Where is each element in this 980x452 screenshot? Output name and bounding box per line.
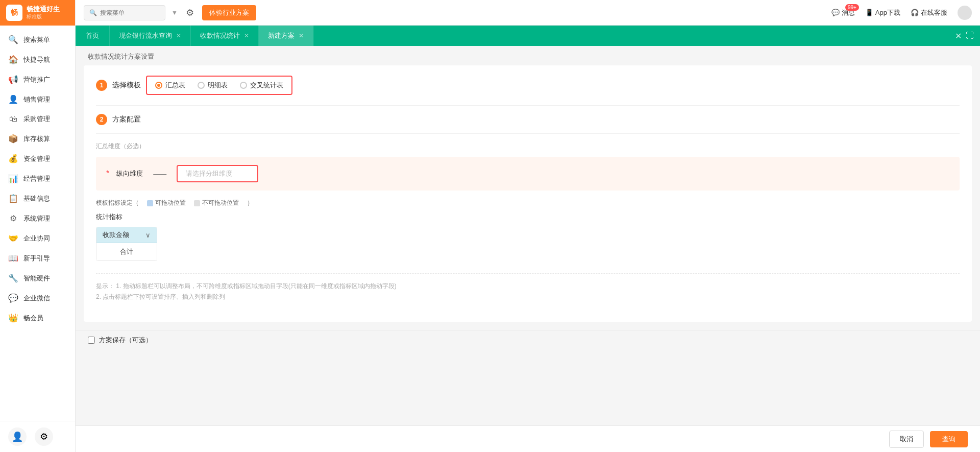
sidebar-item-2[interactable]: 📢营销推广: [0, 69, 75, 89]
legend-draggable-label: 可拖动位置: [155, 199, 186, 207]
search-chevron-icon[interactable]: ▼: [172, 9, 178, 16]
trial-button[interactable]: 体验行业方案: [202, 5, 256, 20]
section-divider: [96, 105, 960, 106]
notify-button[interactable]: 💬 消息 99+: [831, 8, 855, 17]
legend-draggable-dot: [147, 200, 153, 206]
cancel-button[interactable]: 取消: [889, 431, 924, 448]
save-plan-checkbox[interactable]: [88, 337, 95, 344]
download-button[interactable]: 📱 App下载: [865, 8, 900, 17]
sidebar-label-12: 智能硬件: [23, 274, 50, 283]
service-button[interactable]: 🎧 在线客服: [911, 8, 947, 17]
tab-revenue-stats[interactable]: 收款情况统计 ✕: [191, 26, 259, 46]
sidebar-icon-3: 👤: [8, 94, 18, 104]
config-label: 汇总维度（必选）: [96, 142, 960, 151]
query-button[interactable]: 查询: [930, 431, 968, 447]
metrics-card-header[interactable]: 收款金额 ∨: [96, 227, 157, 243]
sidebar-item-9[interactable]: ⚙系统管理: [0, 208, 75, 228]
radio-detail[interactable]: 明细表: [198, 81, 228, 90]
sidebar: 畅 畅捷通好生 标准版 🔍搜索菜单🏠快捷导航📢营销推广👤销售管理🛍采购管理📦库存…: [0, 0, 76, 452]
sidebar-icon-13: 💬: [8, 293, 18, 303]
metrics-card-title: 收款金额: [103, 230, 129, 240]
sidebar-item-5[interactable]: 📦库存核算: [0, 129, 75, 149]
sidebar-item-3[interactable]: 👤销售管理: [0, 89, 75, 109]
tab-cash-flow-close-icon[interactable]: ✕: [176, 32, 181, 39]
tab-new-plan-label: 新建方案: [268, 31, 295, 40]
radio-detail-input[interactable]: [198, 82, 205, 89]
sidebar-item-11[interactable]: 📖新手引导: [0, 248, 75, 268]
user-avatar[interactable]: [958, 6, 972, 20]
sidebar-item-13[interactable]: 💬企业微信: [0, 288, 75, 308]
tab-new-plan-close-icon[interactable]: ✕: [299, 32, 304, 39]
sidebar-label-8: 基础信息: [23, 194, 50, 203]
sidebar-icon-7: 📊: [8, 174, 18, 183]
tabbar-right-controls: ✕ ⛶: [949, 26, 980, 46]
service-icon: 🎧: [911, 9, 919, 16]
tab-cash-flow[interactable]: 现金银行流水查询 ✕: [110, 26, 191, 46]
notify-badge: 99+: [845, 4, 859, 11]
step2-title: 方案配置: [112, 115, 141, 124]
sidebar-label-7: 经营管理: [23, 174, 50, 183]
sidebar-item-1[interactable]: 🏠快捷导航: [0, 50, 75, 69]
sidebar-label-6: 资金管理: [23, 154, 50, 163]
dimension-placeholder: 请选择分组维度: [186, 170, 232, 177]
metrics-card-total: 合计: [120, 248, 133, 255]
metrics-card-chevron[interactable]: ∨: [145, 231, 151, 239]
stats-indicator-label: 统计指标: [96, 212, 960, 222]
sidebar-item-4[interactable]: 🛍采购管理: [0, 109, 75, 129]
search-input[interactable]: [100, 9, 161, 16]
tab-new-plan[interactable]: 新建方案 ✕: [259, 26, 313, 46]
dimension-arrow-icon: ——: [153, 170, 166, 178]
step1-section: 1 选择模板 汇总表 明细表: [96, 76, 960, 95]
tabbar-close-icon[interactable]: ✕: [955, 31, 962, 41]
main-area: 🔍 ▼ ⚙ 体验行业方案 💬 消息 99+ 📱 App下载 🎧 在线客服 首: [76, 0, 980, 452]
settings-icon[interactable]: ⚙: [184, 5, 196, 20]
logo-icon: 畅: [6, 5, 22, 21]
sidebar-item-0[interactable]: 🔍搜索菜单: [0, 30, 75, 50]
metrics-header: 模板指标设定（ 可拖动位置 不可拖动位置 ）: [96, 199, 960, 207]
radio-cross-input[interactable]: [240, 82, 247, 89]
topbar: 🔍 ▼ ⚙ 体验行业方案 💬 消息 99+ 📱 App下载 🎧 在线客服: [76, 0, 980, 26]
sidebar-bottom: 👤 ⚙: [0, 421, 75, 452]
sidebar-item-10[interactable]: 🤝企业协同: [0, 228, 75, 248]
sidebar-icon-8: 📋: [8, 194, 18, 203]
step2-header: 2 方案配置: [96, 114, 960, 125]
sidebar-icon-0: 🔍: [8, 35, 18, 44]
download-label: App下载: [875, 8, 900, 17]
step1-header: 1 选择模板 汇总表 明细表: [96, 76, 960, 95]
hint-area: 提示： 1. 拖动标题栏可以调整布局，不可跨维度或指标区域拖动目字段(只能在同一…: [96, 273, 960, 301]
sidebar-label-1: 快捷导航: [23, 55, 50, 64]
action-bar: 取消 查询: [76, 425, 980, 452]
search-box: 🔍: [84, 5, 165, 20]
metrics-setting-label: 模板指标设定（: [96, 199, 139, 207]
sidebar-bottom-icon-1[interactable]: 👤: [8, 427, 27, 446]
tab-revenue-stats-label: 收款情况统计: [200, 31, 240, 40]
tab-home[interactable]: 首页: [76, 26, 110, 46]
page-content: 收款情况统计方案设置 1 选择模板 汇总表: [76, 46, 980, 425]
radio-summary[interactable]: 汇总表: [155, 81, 185, 90]
sidebar-item-12[interactable]: 🔧智能硬件: [0, 268, 75, 288]
tab-cash-flow-label: 现金银行流水查询: [119, 31, 172, 40]
sidebar-icon-4: 🛍: [8, 114, 18, 124]
sidebar-label-0: 搜索菜单: [23, 35, 50, 44]
sidebar-label-5: 库存核算: [23, 134, 50, 144]
sidebar-item-7[interactable]: 📊经营管理: [0, 169, 75, 188]
required-mark: *: [106, 169, 109, 178]
metrics-card-body: 合计: [96, 243, 157, 260]
tab-revenue-stats-close-icon[interactable]: ✕: [244, 32, 249, 39]
dimension-selector[interactable]: 请选择分组维度: [177, 165, 258, 182]
sidebar-bottom-icon-2[interactable]: ⚙: [35, 427, 53, 446]
sidebar-icon-2: 📢: [8, 75, 18, 84]
breadcrumb: 收款情况统计方案设置: [88, 53, 154, 60]
sidebar-label-9: 系统管理: [23, 214, 50, 223]
sidebar-icon-5: 📦: [8, 134, 18, 144]
sidebar-item-8[interactable]: 📋基础信息: [0, 188, 75, 208]
legend-non-draggable: 不可拖动位置: [194, 199, 239, 207]
legend-close-paren: ）: [247, 199, 253, 207]
search-icon: 🔍: [89, 9, 97, 16]
sidebar-item-6[interactable]: 💰资金管理: [0, 149, 75, 169]
radio-summary-input[interactable]: [155, 82, 162, 89]
radio-cross[interactable]: 交叉统计表: [240, 81, 283, 90]
download-icon: 📱: [865, 9, 873, 16]
tabbar-expand-icon[interactable]: ⛶: [966, 31, 974, 40]
sidebar-item-14[interactable]: 👑畅会员: [0, 308, 75, 328]
